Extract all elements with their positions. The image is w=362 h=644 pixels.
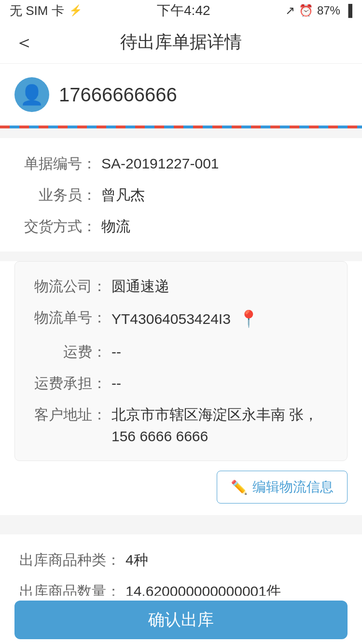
section-spacer-1 — [0, 128, 362, 138]
address-value: 北京市市辖区海淀区永丰南 张，156 6666 6666 — [107, 404, 333, 447]
freight-label: 运费： — [29, 341, 107, 363]
edit-btn-row: ✏️ 编辑物流信息 — [0, 471, 362, 515]
address-label: 客户地址： — [29, 404, 107, 425]
confirm-outbound-label: 确认出库 — [148, 609, 214, 631]
salesperson-value: 曾凡杰 — [97, 184, 343, 206]
back-button[interactable]: ＜ — [14, 29, 34, 56]
delivery-method-label: 交货方式： — [19, 215, 97, 237]
freight-bearer-label: 运费承担： — [29, 372, 107, 394]
status-bar: 无 SIM 卡 ⚡ 下午4:42 ↗ ⏰ 87% ▐ — [0, 0, 362, 21]
tracking-row: 物流单号： YT43064053424I3 📍 — [29, 307, 333, 331]
freight-bearer-value: -- — [107, 372, 333, 394]
battery-icon: ▐ — [344, 4, 352, 17]
bottom-bar: 确认出库 — [0, 596, 362, 644]
status-time: 下午4:42 — [157, 1, 210, 20]
customer-header: 👤 17666666666 — [0, 64, 362, 126]
delivery-method-value: 物流 — [97, 215, 343, 237]
section-spacer-2 — [0, 515, 362, 525]
order-no-row: 单据编号： SA-20191227-001 — [19, 153, 343, 174]
goods-type-value: 4种 — [121, 549, 343, 571]
order-info-section: 单据编号： SA-20191227-001 业务员： 曾凡杰 交货方式： 物流 — [0, 138, 362, 252]
tracking-label: 物流单号： — [29, 307, 107, 328]
goods-type-label: 出库商品种类： — [19, 549, 121, 571]
edit-logistics-label: 编辑物流信息 — [252, 478, 334, 496]
map-pin-icon[interactable]: 📍 — [238, 307, 259, 331]
nav-bar: ＜ 待出库单据详情 — [0, 21, 362, 64]
tracking-value: YT43064053424I3 📍 — [107, 307, 333, 331]
edit-logistics-button[interactable]: ✏️ 编辑物流信息 — [217, 471, 348, 504]
logistics-card: 物流公司： 圆通速递 物流单号： YT43064053424I3 📍 运费： -… — [14, 261, 348, 461]
confirm-outbound-button[interactable]: 确认出库 — [14, 601, 348, 639]
status-left: 无 SIM 卡 ⚡ — [10, 2, 82, 19]
page-title: 待出库单据详情 — [43, 30, 319, 54]
freight-value: -- — [107, 341, 333, 363]
status-right: ↗ ⏰ 87% ▐ — [285, 4, 352, 17]
order-no-value: SA-20191227-001 — [97, 153, 343, 174]
user-icon: 👤 — [20, 84, 44, 106]
wifi-icon: ⚡ — [69, 4, 82, 17]
goods-type-row: 出库商品种类： 4种 — [19, 549, 343, 571]
customer-phone: 17666666666 — [59, 84, 177, 106]
battery-text: 87% — [317, 4, 340, 17]
freight-bearer-row: 运费承担： -- — [29, 372, 333, 394]
logistics-company-row: 物流公司： 圆通速递 — [29, 275, 333, 297]
logistics-company-value: 圆通速递 — [107, 275, 333, 297]
order-no-label: 单据编号： — [19, 153, 97, 174]
salesperson-label: 业务员： — [19, 184, 97, 206]
freight-row: 运费： -- — [29, 341, 333, 363]
main-content: 👤 17666666666 单据编号： SA-20191227-001 业务员：… — [0, 64, 362, 644]
logistics-company-label: 物流公司： — [29, 275, 107, 297]
delivery-method-row: 交货方式： 物流 — [19, 215, 343, 237]
salesperson-row: 业务员： 曾凡杰 — [19, 184, 343, 206]
location-service-icon: ↗ — [285, 4, 295, 17]
edit-icon: ✏️ — [231, 479, 248, 495]
carrier-text: 无 SIM 卡 — [10, 2, 64, 19]
address-row: 客户地址： 北京市市辖区海淀区永丰南 张，156 6666 6666 — [29, 404, 333, 447]
alarm-icon: ⏰ — [299, 4, 313, 17]
avatar: 👤 — [14, 77, 49, 112]
